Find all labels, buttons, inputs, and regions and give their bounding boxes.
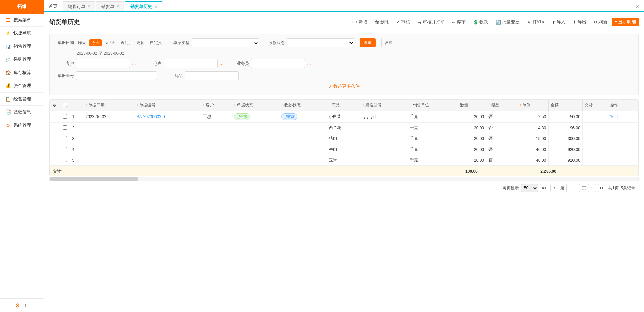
sidebar-collapse-icon[interactable]: ⏸ — [24, 303, 29, 309]
show-detail-button[interactable]: ≡ 显示明细 — [612, 18, 639, 26]
td-gift: 否 — [486, 133, 517, 144]
th-pay-status[interactable]: ↕ 收款状态 — [279, 100, 327, 111]
th-doc-status[interactable]: ↕ 单据状态 — [232, 100, 279, 111]
new-button[interactable]: + + 新增 — [349, 18, 370, 26]
doc-type-select[interactable] — [192, 38, 259, 47]
tab-home[interactable]: 首页 — [44, 1, 62, 11]
audit-button[interactable]: ✔ 审核 — [394, 18, 413, 26]
th-amount: 金额 — [549, 100, 583, 111]
td-unit: 千克 — [408, 144, 455, 155]
th-unit[interactable]: ↕ 销售单位 — [408, 100, 455, 111]
td-unit: 千克 — [408, 133, 455, 144]
batch-change-button[interactable]: 🔄 批量变更 — [493, 18, 522, 26]
filter-warehouse: 仓库 ... — [141, 59, 224, 68]
sidebar-item-search-menu[interactable]: ☰ 搜索菜单 — [0, 14, 44, 27]
tab-close-sales-delivery[interactable]: ✕ — [116, 4, 119, 9]
warehouse-picker-icon[interactable]: ... — [220, 61, 224, 66]
date-btn-more[interactable]: 更多 — [134, 39, 146, 46]
tab-close-sales-order[interactable]: ✕ — [87, 4, 90, 9]
td-checkbox[interactable] — [60, 133, 70, 144]
td-checkbox[interactable] — [60, 111, 70, 123]
tab-sales-delivery[interactable]: 销货单 ✕ — [96, 1, 124, 11]
refresh-button[interactable]: ↻ 刷新 — [591, 18, 610, 26]
sidebar-item-sys-mgmt[interactable]: ⚙ 系统管理 — [0, 119, 44, 132]
sidebar-item-basic-info[interactable]: 📑 基础信息 — [0, 106, 44, 119]
td-seq: 4 — [70, 144, 83, 155]
th-qty[interactable]: ↕ 数量 — [455, 100, 486, 111]
abandon-button[interactable]: ↩ 弃审 — [449, 18, 468, 26]
page-number-input[interactable]: 1 — [566, 184, 580, 192]
collect-button[interactable]: 💲 收款 — [470, 18, 491, 26]
per-page-select[interactable]: 20 50 100 — [521, 184, 538, 192]
td-checkbox[interactable] — [60, 123, 70, 133]
first-page-button[interactable]: ⏮ — [540, 184, 548, 192]
td-qty: 20.00 — [455, 133, 486, 144]
salesman-picker-icon[interactable]: ... — [307, 61, 311, 66]
select-all-checkbox[interactable] — [63, 103, 67, 107]
th-customer[interactable]: ↕ 客户 — [201, 100, 232, 111]
audit-print-button[interactable]: 🖨 审核并打印 — [415, 18, 447, 26]
sidebar-item-purchase-mgmt[interactable]: 🛒 采购管理 — [0, 53, 44, 66]
sidebar-settings-icon[interactable]: ⚙ — [15, 302, 20, 309]
sidebar-item-finance-mgmt[interactable]: 💰 资金管理 — [0, 79, 44, 93]
edit-icon[interactable]: ✎ — [610, 114, 614, 119]
goods-picker-icon[interactable]: ... — [241, 73, 245, 78]
row-checkbox[interactable] — [63, 136, 67, 140]
th-unit-price[interactable]: ↕ 单价 — [517, 100, 549, 111]
sidebar-item-sales-mgmt[interactable]: 📊 销售管理 — [0, 40, 44, 53]
row-checkbox[interactable] — [63, 114, 67, 119]
print-button[interactable]: 🖨 打印 ▾ — [524, 18, 547, 26]
th-checkbox[interactable] — [60, 100, 70, 111]
th-goods[interactable]: ↕ 商品 — [327, 100, 360, 111]
row-checkbox[interactable] — [63, 147, 67, 151]
date-btn-yesterday[interactable]: 昨天 — [76, 39, 88, 46]
tab-sales-order[interactable]: 销售订单 ✕ — [63, 1, 95, 11]
tab-sales-history[interactable]: 销货单历史 ✕ — [125, 1, 162, 11]
sidebar-item-inventory[interactable]: 🏠 库存核算 — [0, 66, 44, 79]
doc-number-input[interactable] — [76, 71, 157, 80]
more-icon[interactable]: ⋮ — [615, 114, 619, 119]
close-all-tabs[interactable]: ✕ — [631, 2, 644, 11]
last-page-button[interactable]: ⏭ — [598, 184, 606, 192]
row-checkbox[interactable] — [63, 158, 67, 162]
date-btn-7days[interactable]: 近7天 — [103, 39, 117, 46]
goods-input[interactable] — [185, 71, 239, 80]
customer-input[interactable] — [76, 59, 130, 68]
customer-picker-icon[interactable]: ... — [132, 61, 136, 66]
prev-page-button[interactable]: ‹ — [550, 184, 558, 192]
sidebar-item-quick-nav[interactable]: ⚡ 快捷导航 — [0, 27, 44, 40]
th-spec[interactable]: ↕ 规格型号 — [360, 100, 408, 111]
warehouse-input[interactable] — [164, 59, 218, 68]
doc-type-label: 单据类型 — [169, 40, 190, 46]
th-settings[interactable]: ⚙ — [50, 100, 60, 111]
th-doc-date[interactable]: ↕ 单据日期 — [83, 100, 134, 111]
td-unit-price: 46.00 — [517, 144, 549, 155]
filter-date: 单据日期 昨天 今天 近7天 近1月 更多 自定义 — [54, 39, 164, 46]
collapse-filter-button[interactable]: ∧ 收起更多条件 — [54, 83, 634, 89]
th-gift[interactable]: ↕ 赠品 — [486, 100, 517, 111]
next-page-button[interactable]: › — [588, 184, 596, 192]
salesman-input[interactable] — [251, 59, 305, 68]
row-checkbox[interactable] — [63, 125, 67, 130]
td-customer — [201, 123, 232, 133]
settings-button[interactable]: 设置 — [381, 38, 395, 47]
table-body: 1 2023-06-02 SA-20230602-0 王总 已生效 已收款 小白… — [50, 111, 638, 166]
td-gift: 否 — [486, 155, 517, 166]
export-button[interactable]: ⬇ 导出 — [570, 18, 589, 26]
doc-number-label: 单据编号 — [54, 73, 74, 79]
tab-close-sales-history[interactable]: ✕ — [154, 5, 157, 9]
th-doc-no[interactable]: ↕ 单据编号 — [134, 100, 201, 111]
query-button[interactable]: 查询 — [360, 38, 376, 47]
date-btn-1month[interactable]: 近1月 — [119, 39, 133, 46]
sidebar-item-ops-mgmt[interactable]: 📋 经营管理 — [0, 93, 44, 106]
td-checkbox[interactable] — [60, 144, 70, 155]
date-btn-custom[interactable]: 自定义 — [148, 39, 164, 46]
td-checkbox[interactable] — [60, 155, 70, 166]
page-title: 销货单历史 — [49, 18, 80, 26]
td-spec: tyjyjtyjdf... — [360, 111, 408, 123]
delete-button[interactable]: 🗑 删除 — [372, 18, 392, 26]
td-unit: 千克 — [408, 123, 455, 133]
payment-status-select[interactable] — [287, 38, 354, 47]
date-btn-today[interactable]: 今天 — [89, 39, 102, 46]
import-button[interactable]: ⬆ 导入 — [549, 18, 568, 26]
